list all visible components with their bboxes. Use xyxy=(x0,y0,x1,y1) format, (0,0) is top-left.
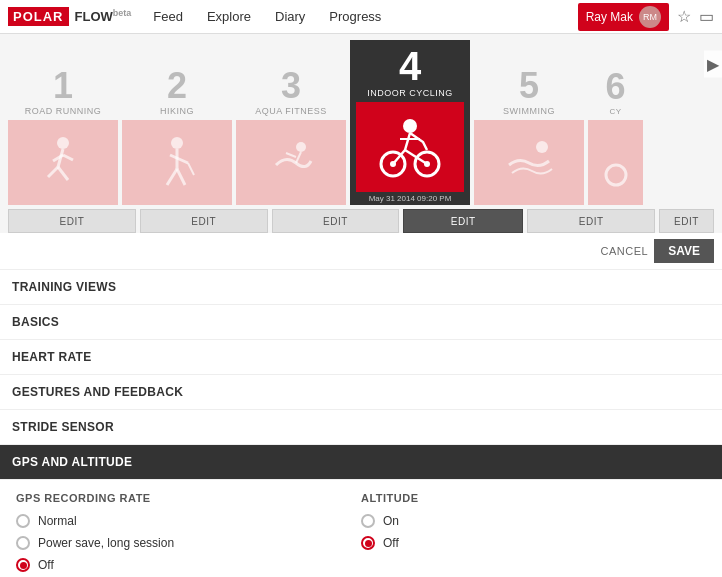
altitude-label-off: Off xyxy=(383,536,399,550)
gps-radio-normal[interactable] xyxy=(16,514,30,528)
altitude-radio-on[interactable] xyxy=(361,514,375,528)
edit-btn-2[interactable]: EDIT xyxy=(140,209,268,233)
altitude-radio-off[interactable] xyxy=(361,536,375,550)
user-name: Ray Mak xyxy=(586,10,633,24)
activity-name-6: CY xyxy=(588,107,643,116)
svg-line-13 xyxy=(296,152,301,163)
header: POLAR FLOWbeta Feed Explore Diary Progre… xyxy=(0,0,722,34)
altitude-title: ALTITUDE xyxy=(361,492,706,504)
runner-icon xyxy=(38,135,88,190)
save-button[interactable]: SAVE xyxy=(654,239,714,263)
edit-btn-1[interactable]: EDIT xyxy=(8,209,136,233)
section-training-views[interactable]: TRAINING VIEWS xyxy=(0,270,722,305)
header-right: Ray Mak RM ☆ ▭ xyxy=(578,3,714,31)
svg-point-22 xyxy=(606,165,626,185)
edit-btn-6[interactable]: EDIT xyxy=(659,209,714,233)
gps-columns: GPS RECORDING RATE Normal Power save, lo… xyxy=(16,492,706,577)
svg-line-2 xyxy=(48,167,58,177)
message-icon[interactable]: ▭ xyxy=(699,7,714,26)
activity-number-5: 5 xyxy=(474,68,584,104)
svg-line-4 xyxy=(63,155,73,160)
section-label-basics: BASICS xyxy=(12,315,59,329)
section-label-training-views: TRAINING VIEWS xyxy=(12,280,116,294)
user-avatar: RM xyxy=(639,6,661,28)
carousel-next-arrow[interactable]: ▶ xyxy=(704,51,722,78)
nav-progress[interactable]: Progress xyxy=(317,0,393,34)
svg-line-8 xyxy=(167,169,177,185)
edit-btn-3[interactable]: EDIT xyxy=(272,209,400,233)
gps-radio-powersave[interactable] xyxy=(16,536,30,550)
polar-logo: POLAR xyxy=(8,7,69,26)
edit-btn-5[interactable]: EDIT xyxy=(527,209,655,233)
altitude-radio-dot-off xyxy=(365,540,372,547)
gps-radio-dot-off xyxy=(20,562,27,569)
settings-container: TRAINING VIEWS BASICS HEART RATE GESTURE… xyxy=(0,270,722,577)
activity-card-1 xyxy=(8,120,118,205)
activity-card-6 xyxy=(588,120,643,205)
activity-card-4 xyxy=(356,102,464,192)
swimmer-icon xyxy=(504,135,554,190)
activity-item-3[interactable]: 3 AQUA FITNESS xyxy=(236,68,346,205)
logo[interactable]: POLAR FLOWbeta xyxy=(8,7,131,26)
section-gps-altitude[interactable]: GPS AND ALTITUDE xyxy=(0,445,722,480)
activity-card-2 xyxy=(122,120,232,205)
altitude-col: ALTITUDE On Off xyxy=(361,492,706,577)
activity-date-4: May 31 2014 09:20 PM xyxy=(356,192,464,205)
svg-point-15 xyxy=(403,119,417,133)
activity-name-5: SWIMMING xyxy=(474,106,584,116)
section-heart-rate[interactable]: HEART RATE xyxy=(0,340,722,375)
gps-content: GPS RECORDING RATE Normal Power save, lo… xyxy=(0,480,722,577)
svg-line-9 xyxy=(177,169,185,185)
section-gestures-feedback[interactable]: GESTURES AND FEEDBACK xyxy=(0,375,722,410)
gps-recording-rate-title: GPS RECORDING RATE xyxy=(16,492,361,504)
activity-name-4: INDOOR CYCLING xyxy=(356,88,464,98)
activity-item-1[interactable]: 1 ROAD RUNNING xyxy=(8,68,118,205)
activity-item-6[interactable]: 6 CY xyxy=(588,69,643,205)
activity-number-1: 1 xyxy=(8,68,118,104)
active-item-wrapper[interactable]: 4 INDOOR CYCLING May 31 201 xyxy=(350,40,470,205)
partial-cyclist-icon xyxy=(601,135,631,190)
hiker-icon xyxy=(152,135,202,190)
section-label-heart-rate: HEART RATE xyxy=(12,350,91,364)
edit-row: EDIT EDIT EDIT EDIT EDIT EDIT xyxy=(0,205,722,233)
activity-name-1: ROAD RUNNING xyxy=(8,106,118,116)
star-icon[interactable]: ☆ xyxy=(677,7,691,26)
section-stride-sensor[interactable]: STRIDE SENSOR xyxy=(0,410,722,445)
activity-number-3: 3 xyxy=(236,68,346,104)
section-label-gestures-feedback: GESTURES AND FEEDBACK xyxy=(12,385,183,399)
altitude-option-off[interactable]: Off xyxy=(361,536,706,550)
svg-point-0 xyxy=(57,137,69,149)
section-basics[interactable]: BASICS xyxy=(0,305,722,340)
activity-card-5 xyxy=(474,120,584,205)
svg-line-11 xyxy=(188,163,194,175)
section-label-stride-sensor: STRIDE SENSOR xyxy=(12,420,114,434)
gps-option-off[interactable]: Off xyxy=(16,558,361,572)
activity-name-2: HIKING xyxy=(122,106,232,116)
cancel-button[interactable]: CANCEL xyxy=(601,245,649,257)
gps-label-normal: Normal xyxy=(38,514,77,528)
activity-carousel: 1 ROAD RUNNING 2 HIKING xyxy=(0,34,722,205)
svg-line-10 xyxy=(170,155,188,163)
nav-explore[interactable]: Explore xyxy=(195,0,263,34)
gps-label-powersave: Power save, long session xyxy=(38,536,174,550)
nav-feed[interactable]: Feed xyxy=(141,0,195,34)
edit-btn-4[interactable]: EDIT xyxy=(403,209,523,233)
gps-label-off: Off xyxy=(38,558,54,572)
svg-point-6 xyxy=(171,137,183,149)
svg-line-3 xyxy=(58,167,68,180)
gps-option-powersave[interactable]: Power save, long session xyxy=(16,536,361,550)
gps-radio-off[interactable] xyxy=(16,558,30,572)
user-badge[interactable]: Ray Mak RM xyxy=(578,3,669,31)
activity-item-2[interactable]: 2 HIKING xyxy=(122,68,232,205)
svg-line-14 xyxy=(286,153,296,157)
activity-number-2: 2 xyxy=(122,68,232,104)
aqua-icon xyxy=(266,135,316,190)
activity-carousel-wrapper: 1 ROAD RUNNING 2 HIKING xyxy=(0,34,722,233)
activity-item-5[interactable]: 5 SWIMMING xyxy=(474,68,584,205)
nav-diary[interactable]: Diary xyxy=(263,0,317,34)
activity-number-4: 4 xyxy=(356,46,464,86)
gps-recording-rate-col: GPS RECORDING RATE Normal Power save, lo… xyxy=(16,492,361,577)
altitude-option-on[interactable]: On xyxy=(361,514,706,528)
gps-option-normal[interactable]: Normal xyxy=(16,514,361,528)
activity-name-3: AQUA FITNESS xyxy=(236,106,346,116)
